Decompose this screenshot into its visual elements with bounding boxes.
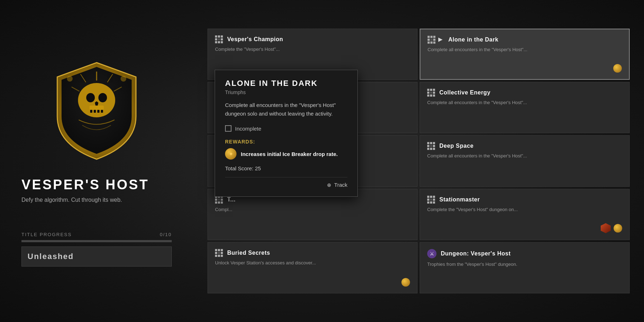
triumph-desc: Complete all encounters in the "Vesper's… (427, 99, 622, 126)
dungeon-icon: ⚔ (427, 249, 436, 258)
svg-point-1 (86, 93, 95, 102)
triumph-grid-icon (215, 249, 223, 257)
triumph-card-buried-secrets[interactable]: Buried Secrets Unlock Vesper Station's a… (208, 242, 418, 293)
coin-reward-icon (614, 224, 622, 233)
triumph-name: Stationmaster (439, 196, 480, 203)
tooltip-desc: Complete all encounters in the "Vesper's… (225, 101, 347, 118)
tooltip-footer: ⊕ Track (225, 177, 347, 188)
svg-rect-6 (97, 110, 99, 113)
triumph-header: Buried Secrets (215, 249, 410, 257)
track-label: Track (334, 182, 347, 188)
title-name-box: Unleashed (21, 247, 172, 267)
svg-point-13 (67, 76, 73, 82)
triumph-grid-icon (427, 196, 435, 204)
triumph-name: Vesper's Champion (227, 36, 283, 43)
status-checkbox[interactable] (225, 125, 231, 132)
triumph-name: Buried Secrets (227, 250, 270, 256)
triumph-grid-icon (427, 89, 435, 97)
progress-value: 0/10 (160, 232, 172, 237)
triumph-header: Alone in the Dark (428, 36, 622, 44)
dungeon-subtitle: Defy the algorithm. Cut through its web. (21, 197, 172, 203)
svg-rect-5 (94, 110, 96, 113)
rewards-label: REWARDS: (225, 139, 347, 145)
status-text: Incomplete (235, 126, 261, 132)
triumph-desc: Complete the "Vesper's Host"... (215, 46, 410, 73)
triumph-card-alone-in-dark[interactable]: Alone in the Dark Complete all encounter… (420, 29, 630, 80)
svg-point-2 (98, 93, 107, 102)
triumph-desc: Complete all encounters in the "Vesper's… (427, 153, 622, 180)
arrow-icon (437, 36, 444, 43)
triumph-desc: Compl... (215, 206, 410, 233)
triumph-name: Collective Energy (439, 89, 491, 96)
triumph-card-collective-energy[interactable]: Collective Energy Complete all encounter… (420, 82, 630, 133)
triumph-card-dungeon-vespers-host[interactable]: ⚔ Dungeon: Vesper's Host Trophies from t… (420, 242, 630, 293)
triumph-desc: Unlock Vesper Station's accesses and dis… (215, 260, 410, 275)
svg-rect-4 (90, 110, 92, 113)
emblem-container (47, 55, 147, 166)
coin-reward-icon (613, 64, 622, 73)
triumph-footer (428, 64, 622, 73)
left-panel: VESPER'S HOST Defy the algorithm. Cut th… (0, 0, 193, 322)
svg-point-0 (78, 83, 115, 117)
triumph-header: Collective Energy (427, 89, 622, 97)
progress-label: TITLE PROGRESS (21, 232, 72, 237)
emblem-svg (50, 59, 143, 163)
triumph-header: Vesper's Champion (215, 35, 410, 43)
triumph-grid-icon (427, 142, 435, 150)
triumph-header: Deep Space (427, 142, 622, 150)
progress-bar-bg (21, 240, 172, 242)
tooltip-category: Triumphs (225, 89, 347, 95)
tooltip-status: Incomplete (225, 125, 347, 132)
triumph-name: T... (227, 196, 235, 203)
total-score: Total Score: 25 (225, 165, 347, 171)
triumph-footer (215, 278, 410, 287)
track-button[interactable]: ⊕ Track (327, 182, 347, 188)
triumph-header: Stationmaster (427, 196, 622, 204)
coin-reward-icon (401, 278, 410, 287)
triumph-grid-icon (215, 35, 223, 43)
reward-text: Increases initial Ice Breaker drop rate. (241, 151, 338, 157)
triumph-footer (427, 223, 622, 233)
tooltip-title: ALONE IN THE DARK (225, 79, 347, 88)
dungeon-title: VESPER'S HOST (21, 177, 172, 192)
triumph-grid-icon (428, 36, 435, 44)
triumph-name: Dungeon: Vesper's Host (441, 250, 511, 257)
triumph-name: Alone in the Dark (448, 36, 498, 43)
total-score-label: Total Score: (225, 165, 255, 171)
svg-rect-7 (101, 110, 103, 113)
triumph-desc: Complete all encounters in the "Vesper's… (428, 47, 622, 61)
total-score-value: 25 (255, 165, 261, 171)
orange-reward-icon (601, 223, 611, 233)
svg-marker-15 (438, 38, 443, 42)
triumph-desc: Trophies from the "Vesper's Host" dungeo… (427, 261, 622, 287)
triumph-name: Deep Space (439, 143, 474, 149)
triumph-desc: Complete the "Vesper's Host" dungeon on.… (427, 206, 622, 220)
triumph-card-stationmaster[interactable]: Stationmaster Complete the "Vesper's Hos… (420, 189, 630, 240)
triumph-card-deep-space[interactable]: Deep Space Complete all encounters in th… (420, 135, 630, 186)
svg-point-14 (121, 76, 126, 82)
reward-coin-icon: ✦ (225, 148, 236, 160)
svg-rect-3 (89, 106, 104, 110)
triumph-header: ⚔ Dungeon: Vesper's Host (427, 249, 622, 258)
title-progress-section: TITLE PROGRESS 0/10 (21, 232, 172, 237)
reward-row: ✦ Increases initial Ice Breaker drop rat… (225, 148, 347, 160)
tooltip-popup: ALONE IN THE DARK Triumphs Complete all … (215, 70, 358, 197)
track-icon: ⊕ (327, 182, 331, 188)
